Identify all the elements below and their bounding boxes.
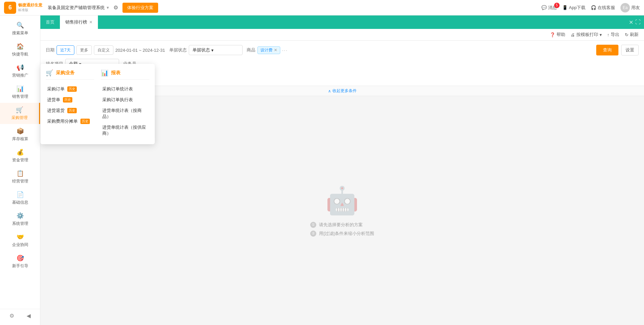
sidebar-item-guide[interactable]: 🎯 新手引导 (0, 251, 40, 272)
purchase-col: 🛒 采购业务 采购订单 历史 进货单 历史 进货退货 历史 采购费用分摊单 历史 (46, 69, 94, 139)
goods-more-dots[interactable]: ··· (282, 48, 288, 53)
sidebar-item-quicknav[interactable]: 🏠 快捷导航 (0, 39, 40, 60)
finance-icon: 💰 (16, 149, 24, 156)
app-download-btn[interactable]: 📱 App下载 (562, 5, 585, 11)
history-tag-3: 历史 (67, 108, 77, 113)
history-tag-2: 历史 (63, 97, 72, 103)
goods-return-label: 进货退货 (47, 108, 65, 114)
dropdown-item-goods-stats-by-supplier[interactable]: 进货单统计表（按供应商） (101, 122, 149, 139)
date-btn-custom[interactable]: 自定义 (94, 45, 113, 55)
goods-tag: 设计费 ✕ (257, 46, 280, 54)
print-arrow: ▾ (600, 32, 602, 37)
sidebar-item-label: 企业协同 (12, 242, 28, 248)
order-stats-label: 采购订单统计表 (102, 86, 133, 92)
logo-text: 畅捷通好生意 标准版 (18, 3, 42, 12)
query-button[interactable]: 查询 (596, 45, 618, 55)
tab-home[interactable]: 首页 (40, 15, 60, 29)
logo-icon: 6 (4, 2, 16, 14)
sidebar-item-label: 销售管理 (12, 94, 28, 99)
collapse-btn[interactable]: ∧ 收起更多条件 (328, 88, 357, 94)
system-dropdown-arrow[interactable]: ▾ (107, 5, 109, 10)
logo: 6 畅捷通好生意 标准版 (4, 2, 44, 14)
sales-icon: 📊 (16, 85, 24, 92)
dropdown-item-order-exec[interactable]: 采购订单执行表 (101, 94, 149, 105)
cooperation-icon: 🤝 (16, 233, 24, 241)
print-label: 按模板打印 (576, 32, 598, 38)
goods-tag-close[interactable]: ✕ (274, 48, 277, 52)
user-btn[interactable]: Ea 用友 (620, 3, 640, 12)
message-btn[interactable]: 💬 消息 5 (541, 5, 557, 11)
settings-button[interactable]: 设置 (621, 45, 639, 55)
dropdown-item-order-stats[interactable]: 采购订单统计表 (101, 84, 149, 94)
status-select[interactable]: 单据状态 ▾ (189, 45, 243, 55)
report-col-header: 📊 报表 (101, 69, 149, 80)
sidebar-settings-btn[interactable]: ⚙ (9, 313, 14, 319)
dropdown-item-goods-receipt[interactable]: 进货单 历史 (46, 94, 94, 105)
empty-tips: ① 请先选择要分析的方案 ② 用[过滤]条件来缩小分析范围 (310, 222, 374, 237)
date-btn-7days[interactable]: 近7天 (57, 45, 74, 55)
marketing-icon: 📢 (16, 64, 24, 71)
sidebar-item-basic[interactable]: 📄 基础信息 (0, 188, 40, 209)
purchase-col-header: 🛒 采购业务 (46, 69, 94, 80)
dropdown-item-goods-return[interactable]: 进货退货 历史 (46, 105, 94, 116)
topbar: 6 畅捷通好生意 标准版 装备及固定资产辅助管理系统 ▾ ⚙ 体验行业方案 💬 … (0, 0, 644, 15)
home-icon: 🏠 (16, 43, 24, 50)
tab-close-btn[interactable]: ✕ (629, 19, 633, 26)
sidebar-bottom: ⚙ ◀ (0, 309, 40, 322)
report-col-icon: 📊 (101, 69, 108, 77)
settings-icon[interactable]: ⚙ (111, 3, 120, 12)
goods-stats-supplier-label: 进货单统计表（按供应商） (102, 124, 148, 136)
dropdown-item-goods-stats-by-product[interactable]: 进货单统计表（按商品） (101, 105, 149, 122)
sidebar-item-finance[interactable]: 💰 资金管理 (0, 145, 40, 166)
guide-icon: 🎯 (16, 254, 24, 262)
sidebar-item-search[interactable]: 🔍 搜索菜单 (0, 18, 40, 39)
print-icon: 🖨 (571, 32, 575, 37)
dropdown-item-purchase-expense[interactable]: 采购费用分摊单 历史 (46, 116, 94, 127)
tab-expand-btn[interactable]: ⛶ (635, 19, 641, 25)
sidebar-item-label: 采购管理 (11, 115, 28, 121)
empty-illustration: 🤖 (325, 185, 359, 216)
purchase-dropdown-menu: 🛒 采购业务 采购订单 历史 进货单 历史 进货退货 历史 采购费用分摊单 历史… (40, 64, 155, 144)
date-btn-more[interactable]: 更多 (76, 45, 92, 55)
date-value: 2024-01-01 ~ 2024-12-31 (115, 48, 165, 53)
tabbar: 首页 销售排行榜 ✕ ✕ ⛶ (40, 15, 644, 29)
refresh-label: 刷新 (630, 32, 639, 38)
system-icon: ⚙️ (16, 212, 24, 219)
help-btn[interactable]: ❓ 帮助 (550, 32, 565, 38)
export-btn[interactable]: ↑ 导出 (607, 32, 620, 38)
print-btn[interactable]: 🖨 按模板打印 ▾ (571, 32, 602, 38)
topbar-right: 💬 消息 5 📱 App下载 🎧 在线客服 Ea 用友 (541, 3, 640, 12)
goods-receipt-label: 进货单 (47, 97, 60, 103)
date-range: 近7天 更多 自定义 2024-01-01 ~ 2024-12-31 (57, 45, 165, 55)
purchase-order-label: 采购订单 (47, 86, 65, 92)
sidebar-item-operation[interactable]: 📋 经营管理 (0, 166, 40, 188)
status-label: 单据状态 (169, 47, 187, 53)
sidebar-item-inventory[interactable]: 📦 库存核算 (0, 124, 40, 145)
tab-close-icon[interactable]: ✕ (89, 20, 93, 25)
collapse-label: 收起更多条件 (332, 88, 357, 94)
sidebar-collapse-btn[interactable]: ◀ (27, 313, 31, 319)
sidebar-item-label: 资金管理 (12, 157, 28, 163)
help-icon: ❓ (550, 32, 555, 37)
industry-button[interactable]: 体验行业方案 (122, 3, 158, 13)
sidebar: 🔍 搜索菜单 🏠 快捷导航 📢 营销推广 📊 销售管理 🛒 采购管理 📦 库存核… (0, 15, 40, 325)
tab-sales-rank[interactable]: 销售排行榜 ✕ (60, 15, 98, 29)
sidebar-item-label: 新手引导 (12, 263, 28, 269)
tab-home-label: 首页 (46, 19, 55, 25)
status-filter: 单据状态 单据状态 ▾ (169, 45, 243, 55)
system-name: 装备及固定资产辅助管理系统 (48, 5, 105, 11)
sidebar-item-cooperation[interactable]: 🤝 企业协同 (0, 230, 40, 251)
logo-sub: 标准版 (18, 8, 42, 12)
refresh-btn[interactable]: ↻ 刷新 (625, 32, 639, 38)
filter-row-1: 日期 近7天 更多 自定义 2024-01-01 ~ 2024-12-31 单据… (46, 45, 639, 55)
dropdown-item-purchase-order[interactable]: 采购订单 历史 (46, 84, 94, 94)
online-service-btn[interactable]: 🎧 在线客服 (591, 5, 615, 11)
tip-2-text: 用[过滤]条件来缩小分析范围 (319, 231, 374, 237)
chevron-down-icon: ▾ (211, 48, 214, 53)
tip-1-num: ① (310, 222, 316, 228)
sidebar-item-sales[interactable]: 📊 销售管理 (0, 82, 40, 103)
sidebar-item-purchase[interactable]: 🛒 采购管理 (0, 103, 40, 124)
sidebar-item-label: 搜索菜单 (12, 30, 28, 36)
sidebar-item-system[interactable]: ⚙️ 系统管理 (0, 209, 40, 230)
sidebar-item-marketing[interactable]: 📢 营销推广 (0, 60, 40, 82)
